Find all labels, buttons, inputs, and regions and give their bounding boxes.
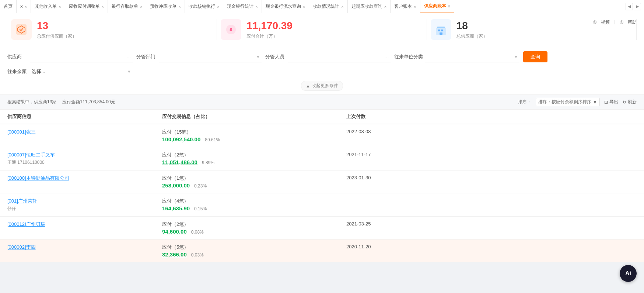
refresh-button[interactable]: ↻ 刷新 bbox=[623, 99, 637, 105]
stat-label-payable: 总应付供应商（家） bbox=[37, 33, 77, 39]
tx-amount-2[interactable]: 258,000.00 bbox=[162, 182, 190, 189]
collapse-button[interactable]: ▲ 收起更多条件 bbox=[301, 81, 343, 91]
supplier-sub-1: 王通 17106110000 bbox=[7, 159, 162, 166]
export-button[interactable]: ⊡ 导出 bbox=[604, 99, 618, 105]
result-actions: 排序： 排序：按应付余额倒序排序 ▼ ⊡ 导出 ↻ 刷新 bbox=[518, 98, 637, 106]
export-label: 导出 bbox=[609, 99, 618, 105]
nav-tab-3[interactable]: 3 × bbox=[17, 0, 31, 13]
nav-tab-customer-account-close[interactable]: × bbox=[414, 4, 416, 9]
video-icon: ◎ bbox=[593, 19, 596, 25]
last-pay-cell-4: 2021-03-25 bbox=[346, 221, 637, 227]
stat-info-total-supplier: 18 总供应商（家） bbox=[456, 20, 487, 40]
dept-select[interactable] bbox=[159, 54, 262, 59]
nav-tab-advance-collection[interactable]: 预收冲应收单 × bbox=[146, 0, 185, 13]
filter-balance-label: 往来余额 bbox=[7, 68, 28, 75]
stat-card-payable-total: ¥ 11,170.39 应付合计（万） bbox=[217, 19, 427, 40]
nav-tab-cash-bank-flow[interactable]: 现金银行流水查询 × bbox=[262, 0, 309, 13]
nav-tab-overdue-collection-close[interactable]: × bbox=[384, 4, 386, 9]
col-header-transaction: 应付交易信息（占比） bbox=[162, 113, 346, 120]
tx-percent-2: 0.23% bbox=[194, 183, 207, 189]
tx-row-3: 164,635.90 0.15% bbox=[162, 205, 346, 211]
stat-value-total-supplier: 18 bbox=[456, 20, 487, 32]
tx-label-0: 应付（15笔） bbox=[162, 129, 346, 135]
tx-amount-5[interactable]: 32,366.00 bbox=[162, 251, 187, 258]
tx-amount-1[interactable]: 11,051,486.00 bbox=[162, 159, 197, 165]
last-pay-cell-2: 2023-01-30 bbox=[346, 175, 637, 180]
nav-tab-cash-bank-stat[interactable]: 现金银行统计 × bbox=[223, 0, 262, 13]
supplier-link-3[interactable]: [001]广州荣轩 bbox=[7, 198, 37, 204]
supplier-ellipsis-icon[interactable]: … bbox=[126, 54, 131, 59]
last-pay-date-2: 2023-01-30 bbox=[346, 175, 371, 180]
nav-collection-stat-label: 收款情况统计 bbox=[313, 3, 339, 10]
help-link[interactable]: 帮助 bbox=[628, 19, 637, 25]
nav-receipt-verify-label: 收款核销执行 bbox=[189, 3, 215, 10]
nav-tab-other-income[interactable]: 其他收入单 × bbox=[31, 0, 65, 13]
tx-percent-0: 89.61% bbox=[205, 137, 220, 142]
tx-row-2: 258,000.00 0.23% bbox=[162, 182, 346, 189]
table-header: 供应商信息 应付交易信息（占比） 上次付数 bbox=[0, 110, 644, 124]
nav-tab-bank-deposit-close[interactable]: × bbox=[140, 4, 142, 9]
table-row: [000001]张三 应付（15笔） 100,092,540.00 89.61%… bbox=[0, 124, 644, 147]
nav-tab-collection-stat-close[interactable]: × bbox=[341, 4, 343, 9]
sort-chevron-icon: ▼ bbox=[593, 100, 597, 105]
filter-balance: 往来余额 选择... ▼ bbox=[7, 66, 133, 77]
tx-row-5: 32,366.00 0.03% bbox=[162, 251, 346, 258]
balance-select[interactable]: 选择... bbox=[30, 69, 133, 74]
tx-row-4: 94,600.00 0.08% bbox=[162, 228, 346, 235]
nav-cash-bank-flow-label: 现金银行流水查询 bbox=[266, 3, 301, 10]
payable-total-icon: ¥ bbox=[221, 19, 241, 40]
nav-tab-3-close[interactable]: × bbox=[25, 4, 27, 9]
nav-tab-ap-adjust-close[interactable]: × bbox=[102, 4, 104, 9]
tx-row-1: 11,051,486.00 9.89% bbox=[162, 159, 346, 165]
unit-type-select[interactable] bbox=[425, 54, 519, 59]
collapse-label: 收起更多条件 bbox=[312, 83, 338, 89]
nav-tab-overdue-collection[interactable]: 超期应收款查询 × bbox=[348, 0, 391, 13]
sort-select[interactable]: 排序：按应付余额倒序排序 ▼ bbox=[536, 98, 600, 106]
nav-tab-collection-stat[interactable]: 收款情况统计 × bbox=[309, 0, 347, 13]
tx-amount-0[interactable]: 100,092,540.00 bbox=[162, 136, 200, 142]
filter-supplier-wrap: … bbox=[30, 51, 133, 62]
filter-unit-type-wrap: ▼ bbox=[425, 51, 519, 62]
nav-arrows: ◀ ▶ bbox=[623, 3, 644, 10]
nav-tab-receipt-verify[interactable]: 收款核销执行 × bbox=[185, 0, 223, 13]
nav-tab-cash-bank-flow-close[interactable]: × bbox=[303, 4, 305, 9]
supplier-input[interactable] bbox=[30, 54, 133, 59]
nav-supplier-account-label: 供应商账本 bbox=[424, 3, 446, 9]
supplier-cell-4: [000012]广州贝瑞 bbox=[7, 221, 162, 228]
tx-amount-4[interactable]: 94,600.00 bbox=[162, 228, 187, 235]
table-row: [000007]恒旺二手叉车 王通 17106110000 应付（2笔） 11,… bbox=[0, 147, 644, 170]
last-pay-date-4: 2021-03-25 bbox=[346, 221, 371, 227]
nav-tab-advance-collection-close[interactable]: × bbox=[178, 4, 181, 9]
tx-amount-3[interactable]: 164,635.90 bbox=[162, 205, 190, 211]
query-button[interactable]: 查询 bbox=[523, 51, 547, 62]
nav-tab-bank-deposit[interactable]: 银行存取款单 × bbox=[108, 0, 146, 13]
transaction-cell-1: 应付（2笔） 11,051,486.00 9.89% bbox=[162, 152, 346, 165]
supplier-link-5[interactable]: [000002]李四 bbox=[7, 244, 36, 250]
result-bar: 搜索结果中，供应商13家 应付金额111,703,854.00元 排序： 排序：… bbox=[0, 95, 644, 110]
nav-next-arrow[interactable]: ▶ bbox=[634, 3, 641, 10]
supplier-link-2[interactable]: [000100]本特勤油品有限公司 bbox=[7, 175, 69, 181]
supplier-link-4[interactable]: [000012]广州贝瑞 bbox=[7, 221, 45, 227]
supplier-link-1[interactable]: [000007]恒旺二手叉车 bbox=[7, 152, 55, 158]
supplier-cell-2: [000100]本特勤油品有限公司 bbox=[7, 175, 162, 182]
nav-tab-supplier-account-close[interactable]: × bbox=[448, 4, 450, 8]
nav-tab-customer-account[interactable]: 客户账本 × bbox=[391, 0, 420, 13]
filter-balance-wrap: 选择... ▼ bbox=[30, 66, 133, 77]
result-info: 搜索结果中，供应商13家 应付金额111,703,854.00元 bbox=[7, 99, 115, 105]
nav-tab-home[interactable]: 首页 bbox=[0, 0, 17, 13]
supplier-cell-0: [000001]张三 bbox=[7, 129, 162, 135]
nav-prev-arrow[interactable]: ◀ bbox=[626, 3, 633, 10]
manager-input[interactable] bbox=[288, 54, 391, 59]
col-header-last-pay: 上次付数 bbox=[346, 113, 637, 120]
svg-rect-7 bbox=[440, 32, 442, 35]
filter-supplier-label: 供应商 bbox=[7, 54, 28, 60]
supplier-link-0[interactable]: [000001]张三 bbox=[7, 129, 36, 135]
nav-tab-receipt-verify-close[interactable]: × bbox=[217, 4, 219, 9]
nav-tab-cash-bank-stat-close[interactable]: × bbox=[255, 4, 258, 9]
tx-percent-3: 0.15% bbox=[194, 206, 207, 211]
manager-ellipsis-icon[interactable]: … bbox=[384, 54, 389, 59]
nav-tab-ap-adjust[interactable]: 应收应付调整单 × bbox=[65, 0, 108, 13]
video-link[interactable]: 视频 bbox=[601, 19, 610, 25]
nav-tab-supplier-account[interactable]: 供应商账本 × bbox=[420, 0, 454, 13]
nav-tab-other-income-close[interactable]: × bbox=[59, 4, 61, 9]
